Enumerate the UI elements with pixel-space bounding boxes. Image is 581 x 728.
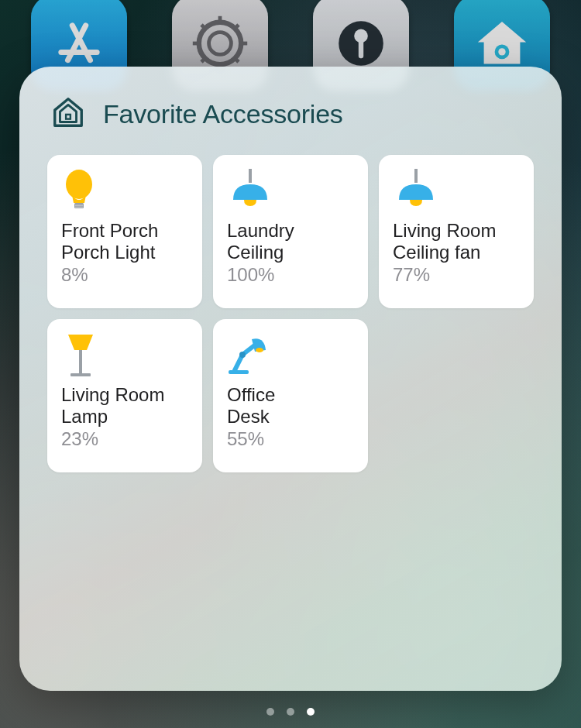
- page-dot[interactable]: [266, 708, 274, 716]
- accessory-tile-front-porch-light[interactable]: Front Porch Porch Light 8%: [47, 155, 202, 308]
- svg-rect-24: [414, 169, 418, 183]
- svg-rect-29: [229, 370, 249, 374]
- accessory-name: Ceiling fan: [393, 242, 520, 263]
- accessory-tile-office-desk[interactable]: Office Desk 55%: [213, 319, 368, 472]
- accessory-status: 100%: [227, 264, 354, 286]
- accessory-status: 55%: [227, 428, 354, 450]
- accessory-status: 23%: [61, 428, 188, 450]
- accessory-room: Laundry: [227, 220, 354, 242]
- floor-lamp-icon: [61, 331, 100, 381]
- svg-marker-25: [68, 335, 93, 350]
- svg-rect-18: [66, 115, 70, 119]
- page-dot[interactable]: [287, 708, 294, 716]
- accessory-status: 8%: [61, 264, 188, 286]
- ceiling-light-icon: [393, 167, 439, 217]
- svg-point-4: [209, 33, 232, 55]
- home-icon: [50, 94, 86, 133]
- svg-rect-21: [75, 205, 83, 206]
- accessory-status: 77%: [393, 264, 520, 286]
- accessory-room: Front Porch: [61, 220, 188, 242]
- accessory-tile-laundry-ceiling[interactable]: Laundry Ceiling 100%: [213, 155, 368, 308]
- page-dot-active[interactable]: [307, 708, 315, 716]
- svg-rect-26: [79, 350, 82, 373]
- favorite-accessories-widget: Favorite Accessories Front Porch Porch L…: [19, 67, 562, 691]
- accessory-room: Living Room: [61, 384, 188, 406]
- accessory-tile-living-room-ceiling-fan[interactable]: Living Room Ceiling fan 77%: [379, 155, 534, 308]
- accessory-name: Ceiling: [227, 242, 354, 263]
- svg-rect-27: [70, 373, 91, 376]
- widget-header: Favorite Accessories: [47, 94, 534, 133]
- page-indicator[interactable]: [0, 708, 581, 716]
- svg-rect-15: [359, 39, 363, 58]
- svg-point-28: [256, 348, 263, 352]
- accessory-name: Desk: [227, 406, 354, 428]
- accessory-name: Lamp: [61, 406, 188, 428]
- svg-point-17: [498, 48, 505, 55]
- widget-title: Favorite Accessories: [103, 99, 343, 129]
- accessory-tile-living-room-lamp[interactable]: Living Room Lamp 23%: [47, 319, 202, 472]
- accessory-grid: Front Porch Porch Light 8% Laundry Ceili…: [47, 155, 534, 472]
- svg-point-19: [66, 170, 92, 199]
- svg-rect-23: [249, 169, 252, 183]
- desk-lamp-icon: [227, 331, 272, 379]
- ceiling-light-icon: [227, 167, 273, 217]
- bulb-icon: [61, 167, 97, 217]
- accessory-name: Porch Light: [61, 242, 188, 263]
- svg-point-30: [239, 352, 246, 358]
- svg-rect-22: [75, 207, 83, 208]
- accessory-room: Living Room: [393, 220, 520, 242]
- accessory-room: Office: [227, 384, 354, 406]
